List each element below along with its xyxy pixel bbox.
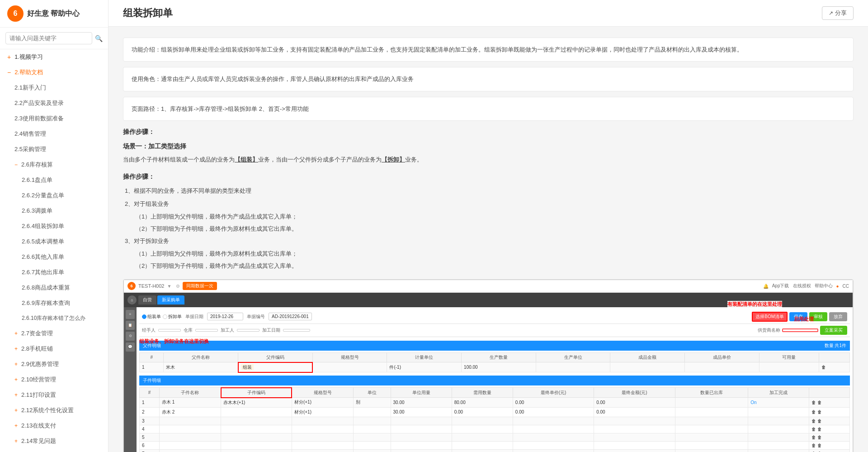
app-sidebar-icon-4: 💬 <box>126 343 135 352</box>
warehouse-input[interactable] <box>195 329 218 332</box>
sidebar-item-2-6-3[interactable]: 2.6.3调拨单 <box>0 203 108 219</box>
step-1: 1、根据不同的业务，选择不同单据的类型来处理 <box>125 186 854 197</box>
sidebar-item-2-12[interactable]: + 2.12系统个性化设置 <box>0 403 108 418</box>
app-screenshot: 6 TEST-H002 ▼ ⚙ 同期数据一次 🔔 App下载 在线授权 帮助中心… <box>123 280 853 452</box>
main-area: 组装拆卸单 ↗ 分享 功能介绍：组装拆卸单用来处理企业组装或拆卸等加工业务，支持… <box>108 0 868 452</box>
table-row: 4 🗑 🗑 <box>140 425 850 433</box>
worker-input[interactable] <box>237 329 259 332</box>
step-2-sub-1: （1）上部明细为父件明细，最终作为产成品生成其它入库单； <box>125 211 854 223</box>
sidebar-item-2[interactable]: − 2.帮助文档 <box>0 65 108 80</box>
sidebar-item-2-8[interactable]: + 2.8手机旺铺 <box>0 341 108 357</box>
path-section: 页面路径：1、库存核算->库存管理->组装拆卸单 2、首页->常用功能 <box>123 97 854 121</box>
step-3: 3、对于拆卸业务 <box>125 236 854 247</box>
table-row: 6 🗑 🗑 <box>140 441 850 449</box>
supplier-input[interactable] <box>782 328 818 332</box>
type-radio-1[interactable]: 组装单 <box>142 314 161 320</box>
table-row: 1 米木 组装 件(-1) 100.00 <box>140 362 850 372</box>
step-3-sub-1: （1）上部明细为父件明细，最终作为原材料生成其它出库单； <box>125 248 854 260</box>
app-sidebar-icon-3: ⚙ <box>126 332 135 341</box>
app-topbar-btn[interactable]: 同期数据一次 <box>183 282 217 290</box>
confirm-btn[interactable]: 立案采买 <box>820 326 847 335</box>
sidebar-item-2-15[interactable]: + 2.15操作案例 <box>0 449 108 452</box>
form-date-input[interactable]: 2019-12-26 <box>207 313 243 320</box>
type-radio-2[interactable]: 拆卸单 <box>163 314 182 320</box>
sidebar-item-2-9[interactable]: + 2.9优惠券管理 <box>0 357 108 372</box>
search-box: 🔍 <box>0 28 108 49</box>
app-title: 好生意 帮助中心 <box>27 9 80 19</box>
step-2-sub-2: （2）下部明细为子件明细，最终作为原材料生成其它出库单。 <box>125 224 854 235</box>
step-list: 1、根据不同的业务，选择不同单据的类型来处理 2、对于组装业务 （1）上部明细为… <box>123 186 854 272</box>
role-section: 使用角色：通常由生产人员或库管人员完成拆装业务的操作，库管人员确认原材料的出库和… <box>123 67 854 91</box>
steps-main-title: 操作步骤： <box>123 128 854 136</box>
app-sidebar-icon-1: ≡ <box>126 310 135 319</box>
type-select-group: 组装单 拆卸单 <box>142 314 182 320</box>
handler-input[interactable] <box>158 329 181 332</box>
work-date-input[interactable] <box>283 329 310 332</box>
app-nav-home-icon: ⌂ <box>127 295 137 305</box>
sidebar-item-2-2[interactable]: 2.2产品安装及登录 <box>0 95 108 111</box>
table-row: 5 🗑 🗑 <box>140 433 850 441</box>
sidebar-item-2-1[interactable]: 2.1新手入门 <box>0 80 108 95</box>
parent-table: # 父件名称 父件编码 规格型号 计量单位 生产数量 生产单位 成品金额 成品单… <box>139 352 850 373</box>
collapse-icon-2: − <box>7 69 11 76</box>
main-header: 组装拆卸单 ↗ 分享 <box>108 0 868 27</box>
app-logo: 6 <box>7 5 24 22</box>
sidebar-item-1[interactable]: + 1.视频学习 <box>0 49 108 65</box>
sidebar-item-2-6-9[interactable]: 2.6.9库存账本查询 <box>0 295 108 311</box>
intro-section: 功能介绍：组装拆卸单用来处理企业组装或拆卸等加工业务，支持有固定装配清单的产品加… <box>123 38 854 62</box>
sidebar-item-2-6-4[interactable]: 2.6.4组装拆卸单 <box>0 219 108 234</box>
search-input[interactable] <box>5 32 92 44</box>
parent-code-cell: 组装 <box>238 362 313 372</box>
scenario1-title: 场景一：加工类型选择 <box>123 143 854 151</box>
app-topbar-id: TEST-H002 <box>138 283 164 289</box>
form-header-row: 组装单 拆卸单 单据日期 2019-12-26 单据编号 AD-20191226… <box>139 310 850 324</box>
table-row: 7 🗑 🗑 <box>140 449 850 452</box>
scenario1-steps-title: 操作步骤： <box>123 173 854 181</box>
sidebar-item-2-4[interactable]: 2.4销售管理 <box>0 126 108 142</box>
intro-text: 功能介绍：组装拆卸单用来处理企业组装或拆卸等加工业务，支持有固定装配清单的产品加… <box>132 46 743 53</box>
sidebar-item-2-5[interactable]: 2.5采购管理 <box>0 142 108 157</box>
top-table-header: 父件明细 数量 共1件 <box>139 341 850 351</box>
sidebar-item-2-6-10[interactable]: 2.6.10库存账本错了怎么办 <box>0 311 108 326</box>
sidebar-header: 6 好生意 帮助中心 <box>0 0 108 28</box>
annotation-1: 有装配清单的在这里处理 <box>727 301 782 308</box>
form-no-input[interactable]: AD-20191226-001 <box>269 313 312 320</box>
app-form-area: 组装单 拆卸单 单据日期 2019-12-26 单据编号 AD-20191226… <box>137 307 853 452</box>
app-nav-tab-2[interactable]: 新采购单 <box>157 295 184 305</box>
main-content: 功能介绍：组装拆卸单用来处理企业组装或拆卸等加工业务，支持有固定装配清单的产品加… <box>108 27 868 452</box>
sidebar-item-2-6-6[interactable]: 2.6.6其他入库单 <box>0 249 108 265</box>
page-title: 组装拆卸单 <box>123 6 173 20</box>
sidebar-item-2-10[interactable]: + 2.10经营管理 <box>0 372 108 387</box>
table-row: 2 赤木 2 材分(+1) 30.00 0.00 0.00 0.00 <box>140 407 850 417</box>
sidebar-item-2-6-8[interactable]: 2.6.8商品成本重算 <box>0 280 108 295</box>
sidebar-item-2-7[interactable]: + 2.7资金管理 <box>0 326 108 341</box>
sidebar-item-2-6-7[interactable]: 2.6.7其他出库单 <box>0 265 108 280</box>
sidebar-item-2-14[interactable]: + 2.14常见问题 <box>0 433 108 449</box>
sidebar-item-2-13[interactable]: + 2.13在线支付 <box>0 418 108 433</box>
app-nav-tab-1[interactable]: 自营 <box>138 295 156 305</box>
sidebar-item-2-3[interactable]: 2.3使用前数据准备 <box>0 111 108 126</box>
step-3-sub-2: （2）下部明细为子件明细，最终作为产成品生成其它入库单。 <box>125 261 854 272</box>
sidebar-item-2-6-2[interactable]: 2.6.2分量盘点单 <box>0 188 108 203</box>
expand-icon-1: + <box>7 53 11 61</box>
sidebar-item-2-6-5[interactable]: 2.6.5成本调整单 <box>0 234 108 249</box>
form-row-2: 经手人 仓库 加工人 加工日期 供货商名称 立案采买 <box>139 324 850 337</box>
sidebar-item-2-11[interactable]: + 2.11打印设置 <box>0 387 108 403</box>
path-text: 页面路径：1、库存核算->库存管理->组装拆卸单 2、首页->常用功能 <box>132 105 309 112</box>
app-topbar-right: 🔔 App下载 在线授权 帮助中心 ● CC <box>763 283 849 289</box>
sidebar: 6 好生意 帮助中心 🔍 + 1.视频学习 − 2.帮助文档 2.1新手入门 2… <box>0 0 108 452</box>
sub-table-header: 子件明细 <box>139 376 850 385</box>
annotation-2: 组装业务、拆卸业务在这里切换 <box>139 338 209 345</box>
bom-btn[interactable]: 选择BOM清单 <box>752 312 788 322</box>
table-row: 3 <box>140 417 850 425</box>
share-icon: ↗ <box>829 10 833 16</box>
sidebar-item-2-6-1[interactable]: 2.6.1盘点单 <box>0 172 108 188</box>
table-row: 1 赤木 1 赤木木(+1) 材分(+1) 别 30.00 80.00 0.00… <box>140 398 850 408</box>
app-cancel-btn[interactable]: 放弃 <box>829 312 847 321</box>
share-button[interactable]: ↗ 分享 <box>822 6 854 20</box>
search-button[interactable]: 🔍 <box>95 35 103 42</box>
sidebar-item-2-6[interactable]: − 2.6库存核算 <box>0 157 108 172</box>
scenario1-desc: 当由多个子件材料组装成一个成品的业务为【组装】业务，当由一个父件拆分成多个子产品… <box>123 154 854 166</box>
app-screenshot-container: 6 TEST-H002 ▼ ⚙ 同期数据一次 🔔 App下载 在线授权 帮助中心… <box>123 279 854 452</box>
child-table: # 子件名称 子件编码 规格型号 单位 单位用量 需用数量 最终单价(元) 最终… <box>139 387 850 452</box>
